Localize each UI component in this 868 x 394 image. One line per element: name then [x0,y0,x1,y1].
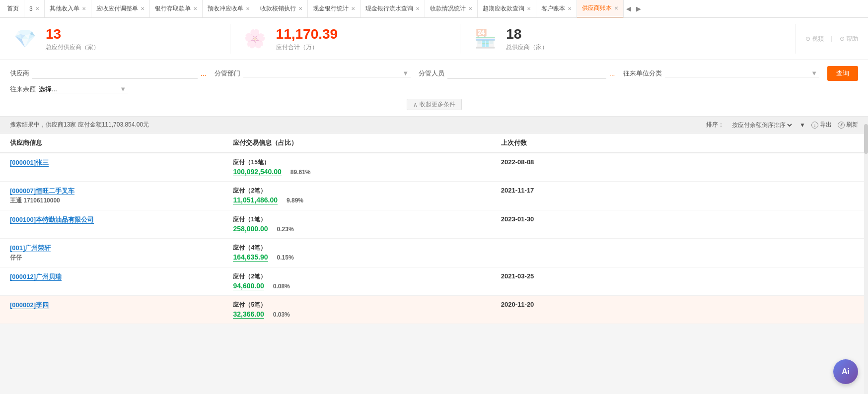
supplier-link-5[interactable]: [000012]广州贝瑞 [10,273,62,281]
nav-tab-overdue-ar-label: 超期应收款查询 [483,4,524,13]
nav-tab-receipt-stat[interactable]: 收款情况统计 ✕ [425,0,478,18]
transaction-info-6: 应付（5笔） 32,366.00 0.03% [233,301,501,319]
export-button-label: 导出 [820,121,832,129]
trans-label-5: 应付（2笔） [233,272,501,281]
nav-tab-receipt-stat-close[interactable]: ✕ [468,6,472,11]
payable-total-content: 11,170.39 应付合计（万） [276,26,338,52]
person-dots-button[interactable]: ... [609,69,615,77]
balance-select[interactable]: 选择... [39,85,128,93]
payable-suppliers-number: 13 [46,26,99,43]
supplier-link-6[interactable]: [000002]李四 [10,301,49,309]
filter-unit-category: 往来单位分类 ▼ [623,69,820,78]
supplier-link-4[interactable]: [001]广州荣轩 [10,244,51,252]
nav-tab-cash-bank-stat-close[interactable]: ✕ [351,6,355,11]
trans-label-1: 应付（15笔） [233,158,501,167]
nav-tab-receipt-stat-label: 收款情况统计 [430,4,466,13]
nav-tab-cash-bank-stat-label: 现金银行统计 [313,4,349,13]
nav-tab-cash-bank-stat[interactable]: 现金银行统计 ✕ [308,0,361,18]
trans-amount-5[interactable]: 94,600.00 [233,282,264,290]
nav-tab-ar-ap-adjust-close[interactable]: ✕ [141,6,145,11]
nav-tab-receipt-verify-close[interactable]: ✕ [298,6,302,11]
scrollbar[interactable] [864,124,868,324]
supplier-link-1[interactable]: [000001]张三 [10,159,49,167]
nav-tab-other-income[interactable]: 其他收入单 ✕ [45,0,91,18]
supplier-dots-button[interactable]: ... [201,69,207,77]
lastpay-1: 2022-08-08 [501,158,680,166]
trans-amount-4[interactable]: 164,635.90 [233,253,268,262]
sort-label: 排序： [706,121,724,129]
filter-area: 供应商 ... 分管部门 ▼ 分管人员 ... 往来单位分类 [0,60,868,117]
result-info: 搜索结果中，供应商13家 应付金额111,703,854.00元 [10,121,149,129]
nav-tab-other-income-close[interactable]: ✕ [82,6,86,11]
total-suppliers-label: 总供应商（家） [506,43,548,52]
col-header-extra [679,138,858,147]
export-button[interactable]: ↓ 导出 [811,121,832,129]
nav-tab-bank-withdraw-label: 银行存取款单 [155,4,191,13]
nav-tab-bank-withdraw[interactable]: 银行存取款单 ✕ [150,0,203,18]
filter-row-2: 往来余额 选择... ▼ [10,85,858,94]
filter-row-1: 供应商 ... 分管部门 ▼ 分管人员 ... 往来单位分类 [10,66,858,81]
filter-dept: 分管部门 ▼ [215,69,411,78]
nav-tab-customer-ledger[interactable]: 客户账本 ✕ [536,0,577,18]
supplier-info-5: [000012]广州贝瑞 [10,272,233,281]
nav-tab-bank-withdraw-close[interactable]: ✕ [193,6,197,11]
person-filter-label: 分管人员 [419,69,444,78]
nav-tab-customer-ledger-close[interactable]: ✕ [568,6,572,11]
collapse-up-icon: ∧ [413,101,418,108]
nav-tab-supplier-ledger-close[interactable]: ✕ [614,5,618,11]
nav-tab-cash-bank-flow-close[interactable]: ✕ [416,6,420,11]
person-input[interactable] [447,68,606,79]
nav-tab-3-close[interactable]: ✕ [35,6,39,11]
nav-tab-overdue-ar[interactable]: 超期应收款查询 ✕ [478,0,536,18]
trans-pct-1: 89.61% [290,169,311,176]
nav-next-arrow[interactable]: ▶ [634,0,644,18]
nav-tab-ar-ap-adjust[interactable]: 应收应付调整单 ✕ [91,0,150,18]
trans-label-3: 应付（1笔） [233,215,501,224]
transaction-info-2: 应付（2笔） 11,051,486.00 9.89% [233,187,501,204]
trans-amount-6[interactable]: 32,366.00 [233,310,264,319]
dept-select[interactable] [243,69,411,77]
payable-suppliers-content: 13 总应付供应商（家） [46,26,99,52]
supplier-link-2[interactable]: [000007]恒旺二手叉车 [10,187,74,195]
nav-tab-ar-ap-adjust-label: 应收应付调整单 [96,4,138,13]
trans-label-2: 应付（2笔） [233,187,501,195]
supplier-info-2: [000007]恒旺二手叉车 王通 17106110000 [10,187,233,205]
sort-select[interactable]: 按应付余额倒序排序 [730,121,794,129]
search-button[interactable]: 查询 [827,66,858,81]
supplier-sub-2: 王通 17106110000 [10,197,233,205]
nav-tab-cash-bank-flow-label: 现金银行流水查询 [365,4,413,13]
unit-category-select[interactable] [665,69,820,77]
lastpay-3: 2023-01-30 [501,215,680,223]
trans-amount-3[interactable]: 258,000.00 [233,225,268,233]
table-row: [001]广州荣轩 仔仔 应付（4笔） 164,635.90 0.15% [0,239,868,267]
nav-tab-prepay-ar-close[interactable]: ✕ [246,6,250,11]
nav-tab-cash-bank-flow[interactable]: 现金银行流水查询 ✕ [361,0,425,18]
scrollbar-thumb[interactable] [864,124,868,154]
nav-tab-prepay-ar[interactable]: 预收冲应收单 ✕ [203,0,255,18]
video-link[interactable]: ⊙ 视频 [805,35,824,43]
supplier-input[interactable] [32,68,198,79]
dept-select-wrap: ▼ [243,69,411,77]
unit-category-label: 往来单位分类 [623,69,662,78]
nav-tab-overdue-ar-close[interactable]: ✕ [527,6,531,11]
transaction-info-5: 应付（2笔） 94,600.00 0.08% [233,272,501,290]
table-row: [000100]本特勤油品有限公司 应付（1笔） 258,000.00 0.23… [0,210,868,239]
result-actions: 排序： 按应付余额倒序排序 ▼ ↓ 导出 ↺ 刷新 [706,121,858,129]
nav-tab-receipt-verify[interactable]: 收款核销执行 ✕ [255,0,308,18]
trans-amount-2[interactable]: 11,051,486.00 [233,196,278,204]
last-pay-date-6: 2020-11-20 [501,301,534,308]
trans-amount-1[interactable]: 100,092,540.00 [233,168,281,176]
refresh-button[interactable]: ↺ 刷新 [838,121,858,129]
collapse-button[interactable]: ∧ 收起更多条件 [407,99,462,110]
nav-tab-home[interactable]: 首页 [2,0,24,18]
stats-bar: 💎 13 总应付供应商（家） 🌸 11,170.39 应付合计（万） 🏪 18 … [0,18,868,60]
trans-pct-5: 0.08% [273,283,290,290]
nav-tab-supplier-ledger-label: 供应商账本 [582,4,612,12]
supplier-info-6: [000002]李四 [10,301,233,310]
nav-prev-arrow[interactable]: ◀ [624,0,634,18]
stat-block-payable-suppliers: 💎 13 总应付供应商（家） [10,24,230,54]
help-link[interactable]: ⊙ 帮助 [840,35,858,43]
nav-tab-supplier-ledger[interactable]: 供应商账本 ✕ [577,0,624,18]
supplier-link-3[interactable]: [000100]本特勤油品有限公司 [10,216,94,224]
nav-tab-3[interactable]: 3 ✕ [24,0,45,18]
